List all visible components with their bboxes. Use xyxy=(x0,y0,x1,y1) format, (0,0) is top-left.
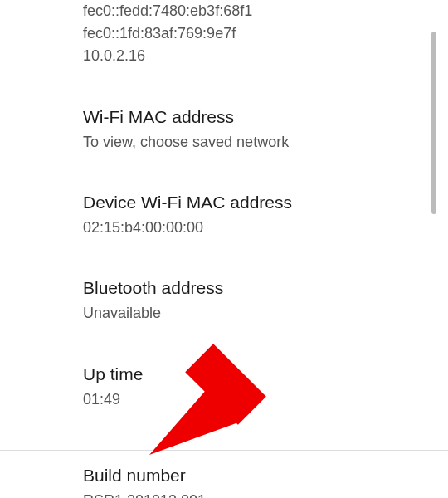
ip-line: fec0::1fd:83af:769:9e7f xyxy=(83,22,415,45)
wifi-mac-item[interactable]: Wi-Fi MAC address To view, choose saved … xyxy=(83,107,415,153)
device-wifi-mac-item[interactable]: Device Wi-Fi MAC address 02:15:b4:00:00:… xyxy=(83,193,415,238)
uptime-item[interactable]: Up time 01:49 xyxy=(83,364,415,410)
bluetooth-title: Bluetooth address xyxy=(83,278,415,298)
ip-addresses-block: fec0::fedd:7480:eb3f:68f1 fec0::1fd:83af… xyxy=(83,0,415,67)
uptime-title: Up time xyxy=(83,364,415,384)
device-wifi-mac-value: 02:15:b4:00:00:00 xyxy=(83,217,415,238)
bluetooth-item[interactable]: Bluetooth address Unavailable xyxy=(83,278,415,324)
build-number-item[interactable]: Build number RSR1.201013.001 xyxy=(83,451,415,498)
bluetooth-value: Unavailable xyxy=(83,303,415,324)
device-wifi-mac-title: Device Wi-Fi MAC address xyxy=(83,193,415,212)
wifi-mac-value: To view, choose saved network xyxy=(83,132,415,153)
ip-line: fec0::fedd:7480:eb3f:68f1 xyxy=(83,0,415,22)
scrollbar[interactable] xyxy=(431,32,436,214)
build-number-value: RSR1.201013.001 xyxy=(83,491,415,498)
ip-line: 10.0.2.16 xyxy=(83,45,415,67)
wifi-mac-title: Wi-Fi MAC address xyxy=(83,107,415,127)
uptime-value: 01:49 xyxy=(83,389,415,410)
build-number-title: Build number xyxy=(83,466,415,486)
